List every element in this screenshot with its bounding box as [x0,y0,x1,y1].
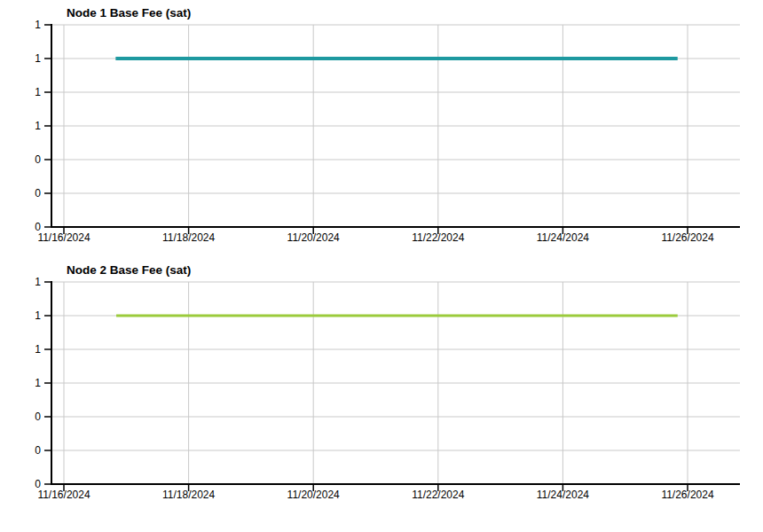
x-tick-label: 11/26/2024 [661,489,713,501]
tick-labels: 111100011/16/202411/18/202411/20/202411/… [35,19,714,244]
y-tick-label: 1 [35,377,41,389]
x-tick-label: 11/24/2024 [537,489,589,501]
y-tick-label: 1 [35,52,41,65]
y-tick-label: 1 [35,19,41,31]
x-tick-label: 11/20/2024 [287,489,340,501]
y-tick-label: 1 [35,343,41,356]
x-tick-label: 11/16/2024 [37,489,90,501]
x-tick-label: 11/22/2024 [412,231,464,244]
x-tick-label: 11/22/2024 [412,489,464,501]
axes [44,24,740,234]
x-tick-label: 11/24/2024 [537,231,589,244]
chart-node1-base-fee: Node 1 Base Fee (sat) 111100011/16/20241… [0,0,763,257]
y-tick-label: 1 [35,120,41,132]
y-tick-label: 0 [35,187,41,200]
x-tick-label: 11/26/2024 [661,231,713,244]
gridlines [51,282,740,484]
y-tick-label: 1 [35,276,41,288]
chart-plot-node1: 111100011/16/202411/18/202411/20/202411/… [0,0,763,254]
x-tick-label: 11/18/2024 [162,231,215,244]
y-tick-label: 0 [35,444,41,457]
y-tick-label: 0 [35,411,41,423]
gridlines [51,25,740,227]
base-fee-charts-page: Node 1 Base Fee (sat) 111100011/16/20241… [0,0,763,532]
x-tick-label: 11/20/2024 [287,231,340,244]
chart-plot-node2: 111100011/16/202411/18/202411/20/202411/… [0,257,763,523]
chart-node2-base-fee: Node 2 Base Fee (sat) 111100011/16/20241… [0,257,763,532]
x-tick-label: 11/16/2024 [37,231,90,244]
axes [44,281,740,491]
y-tick-label: 1 [35,309,41,322]
tick-labels: 111100011/16/202411/18/202411/20/202411/… [35,276,714,501]
x-tick-label: 11/18/2024 [162,489,215,501]
y-tick-label: 1 [35,86,41,98]
y-tick-label: 0 [35,153,41,166]
